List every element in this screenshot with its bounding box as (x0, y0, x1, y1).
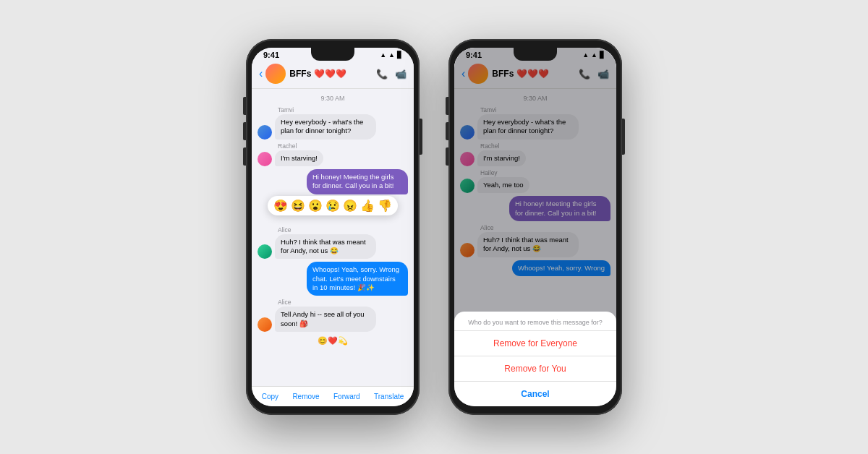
bottom-action-bar: Copy Remove Forward Translate (252, 386, 414, 406)
battery-icon: ▊ (397, 51, 402, 59)
nav-bar-left: ‹ BFFs ❤️❤️❤️ 📞 📹 (252, 61, 414, 89)
power-button (420, 119, 422, 155)
avatar-tamvi (258, 125, 272, 140)
power-button-right (622, 119, 625, 155)
emoji-crying[interactable]: 😢 (326, 199, 340, 213)
msg-with-avatar-alice2: Tell Andy hi -- see all of you soon! 🎒 (258, 307, 408, 332)
reaction-emojis: 😊❤️💫 (258, 336, 408, 346)
copy-button[interactable]: Copy (262, 393, 278, 401)
right-phone: 9:41 ▲ ▲ ▊ ‹ BFFs ❤️❤️❤️ 📞 📹 9:30 AM Tam… (448, 39, 622, 415)
chat-title-left: BFFs ❤️❤️❤️ (289, 69, 376, 79)
message-alice1-left: Alice Huh? I think that was meant for An… (258, 226, 408, 260)
phone-icon[interactable]: 📞 (376, 69, 388, 80)
emoji-surprised[interactable]: 😮 (308, 199, 323, 213)
signal-icon: ▲ (380, 51, 386, 59)
bubble-outgoing-blue-left[interactable]: Whoops! Yeah, sorry. Wrong chat. Let's m… (307, 262, 408, 296)
notch-right (514, 48, 557, 61)
emoji-angry[interactable]: 😠 (343, 199, 357, 213)
group-avatar-left (265, 64, 286, 84)
emoji-grinning[interactable]: 😆 (291, 199, 305, 213)
volume-up-button-right (446, 97, 448, 115)
outgoing-row-blue-left: Whoops! Yeah, sorry. Wrong chat. Let's m… (258, 262, 408, 296)
message-rachel-left: Rachel I'm starving! (258, 142, 408, 166)
avatar-alice2 (258, 317, 272, 332)
left-phone-screen: 9:41 ▲ ▲ ▊ ‹ BFFs ❤️❤️❤️ 📞 📹 9:30 AM Tam… (252, 48, 414, 406)
back-button-left[interactable]: ‹ (259, 67, 263, 80)
sender-tamvi-left: Tamvi (278, 106, 408, 113)
status-icons-left: ▲ ▲ ▊ (380, 51, 402, 59)
emoji-reaction-bar: 😍 😆 😮 😢 😠 👍 👎 (268, 196, 398, 215)
msg-with-avatar-tamvi: Hey everybody - what's the plan for dinn… (258, 114, 408, 140)
bubble-alice1[interactable]: Huh? I think that was meant for Andy, no… (275, 234, 376, 260)
sender-alice1-left: Alice (278, 226, 408, 234)
remove-dialog-sheet: Who do you want to remove this message f… (454, 312, 616, 406)
sender-rachel-left: Rachel (278, 142, 408, 150)
remove-button[interactable]: Remove (292, 393, 319, 401)
notch (311, 48, 354, 61)
status-time-left: 9:41 (263, 51, 279, 59)
message-alice2-left: Alice Tell Andy hi -- see all of you soo… (258, 299, 408, 332)
volume-down-button-right (446, 122, 448, 140)
silent-button (243, 147, 246, 166)
right-phone-screen: 9:41 ▲ ▲ ▊ ‹ BFFs ❤️❤️❤️ 📞 📹 9:30 AM Tam… (454, 48, 616, 406)
silent-button-right (446, 147, 448, 166)
outgoing-row-purple-left: Hi honey! Meeting the girls for dinner. … (258, 169, 408, 194)
remove-for-you-button[interactable]: Remove for You (454, 356, 616, 381)
emoji-heart-eyes[interactable]: 😍 (273, 199, 288, 213)
bubble-rachel[interactable]: I'm starving! (275, 150, 323, 166)
avatar-rachel (258, 152, 272, 166)
video-icon[interactable]: 📹 (395, 69, 407, 80)
volume-up-button (243, 97, 246, 115)
sender-alice2-left: Alice (278, 299, 408, 306)
translate-button[interactable]: Translate (374, 393, 404, 401)
bubble-outgoing-purple-left[interactable]: Hi honey! Meeting the girls for dinner. … (307, 169, 408, 194)
avatar-alice1 (258, 244, 272, 259)
bubble-alice2[interactable]: Tell Andy hi -- see all of you soon! 🎒 (275, 307, 376, 332)
forward-button[interactable]: Forward (333, 393, 360, 401)
emoji-thumbsup[interactable]: 👍 (360, 199, 375, 213)
cancel-button[interactable]: Cancel (454, 381, 616, 406)
msg-with-avatar-rachel: I'm starving! (258, 150, 408, 166)
volume-down-button (243, 122, 246, 140)
wifi-icon: ▲ (388, 51, 395, 59)
bubble-tamvi[interactable]: Hey everybody - what's the plan for dinn… (275, 114, 376, 140)
remove-everyone-button[interactable]: Remove for Everyone (454, 330, 616, 356)
emoji-thumbsdown[interactable]: 👎 (378, 199, 392, 213)
message-tamvi-left: Tamvi Hey everybody - what's the plan fo… (258, 106, 408, 140)
messages-area-left: 9:30 AM Tamvi Hey everybody - what's the… (252, 89, 414, 386)
nav-actions-left: 📞 📹 (376, 69, 407, 80)
msg-with-avatar-alice1: Huh? I think that was meant for Andy, no… (258, 234, 408, 260)
timestamp-left: 9:30 AM (258, 95, 408, 102)
dialog-question: Who do you want to remove this message f… (454, 312, 616, 330)
remove-dialog-overlay: Who do you want to remove this message f… (454, 48, 616, 406)
left-phone: 9:41 ▲ ▲ ▊ ‹ BFFs ❤️❤️❤️ 📞 📹 9:30 AM Tam… (246, 39, 420, 415)
